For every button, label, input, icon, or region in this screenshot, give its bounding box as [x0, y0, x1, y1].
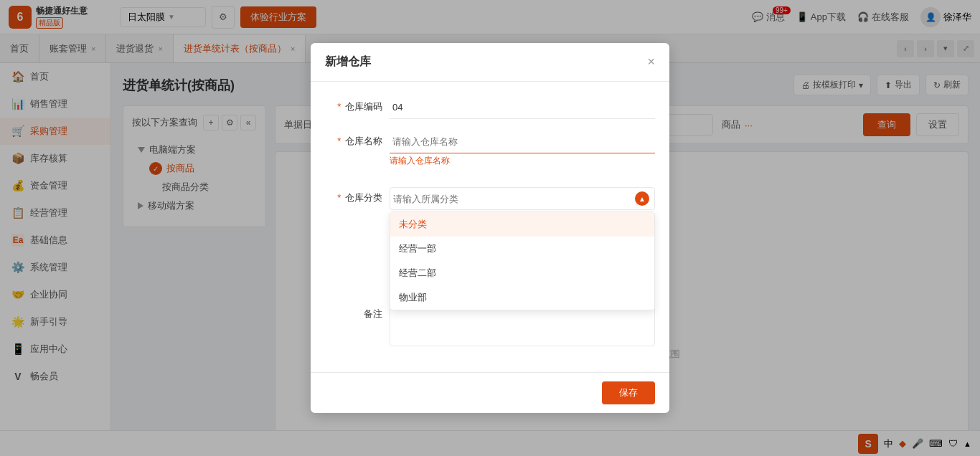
modal-title: 新增仓库	[325, 54, 371, 70]
modal-header: 新增仓库 ×	[311, 43, 669, 82]
warehouse-code-label: * 仓库编码	[325, 96, 390, 113]
warehouse-name-error-msg: 请输入仓库名称	[390, 155, 655, 167]
warehouse-name-input[interactable]	[390, 130, 655, 153]
warehouse-category-label: * 仓库分类	[325, 187, 390, 204]
dropdown-item-uncategorized[interactable]: 未分类	[390, 212, 654, 237]
warehouse-code-input[interactable]	[390, 96, 655, 119]
modal-footer: 保存	[311, 372, 669, 413]
dropdown-item-dept3[interactable]: 物业部	[390, 285, 654, 310]
dropdown-item-dept1[interactable]: 经营一部	[390, 237, 654, 261]
form-row-warehouse-category: * 仓库分类 ▲ 未分类 经营一部 经营二部	[325, 187, 655, 210]
category-dropdown-toggle[interactable]: ▲	[635, 191, 649, 206]
modal-close-button[interactable]: ×	[647, 54, 655, 70]
modal-overlay: 新增仓库 × * 仓库编码 * 仓库名称 请输入仓库名称	[0, 0, 980, 456]
form-row-warehouse-name: * 仓库名称 请输入仓库名称	[325, 130, 655, 167]
modal-save-button[interactable]: 保存	[602, 381, 655, 404]
modal-add-warehouse: 新增仓库 × * 仓库编码 * 仓库名称 请输入仓库名称	[311, 43, 669, 413]
warehouse-category-wrapper: ▲ 未分类 经营一部 经营二部 物业部	[390, 187, 655, 210]
dropdown-item-dept2[interactable]: 经营二部	[390, 261, 654, 285]
modal-body: * 仓库编码 * 仓库名称 请输入仓库名称 *	[311, 82, 669, 372]
warehouse-category-input[interactable]	[390, 187, 655, 210]
category-dropdown-list: 未分类 经营一部 经营二部 物业部	[390, 212, 655, 310]
form-row-warehouse-code: * 仓库编码	[325, 96, 655, 119]
warehouse-name-label: * 仓库名称	[325, 130, 390, 148]
remarks-label: 备注	[325, 303, 390, 320]
